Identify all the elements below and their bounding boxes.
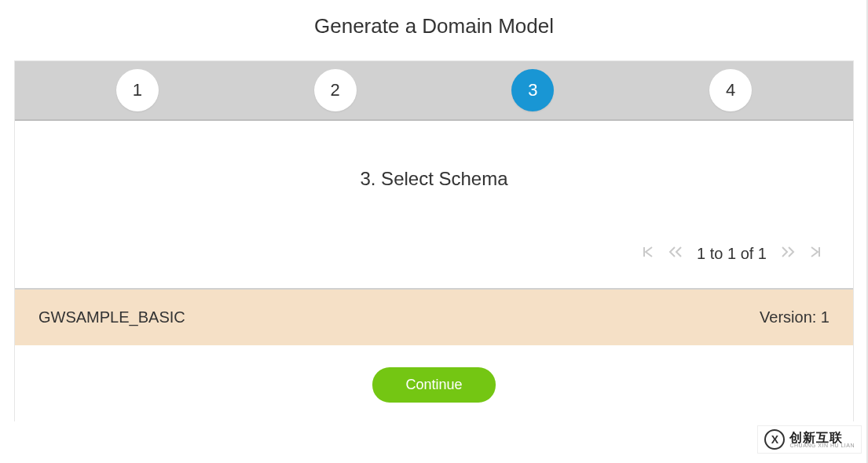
- schema-name: GWSAMPLE_BASIC: [38, 308, 185, 326]
- watermark-sub: CHUANG XIN HU LIAN: [789, 443, 855, 448]
- schema-version: Version: 1: [760, 308, 830, 326]
- watermark-text: 创新互联 CHUANG XIN HU LIAN: [789, 432, 855, 448]
- step-4[interactable]: 4: [709, 69, 752, 111]
- pager: 1 to 1 of 1: [15, 245, 853, 263]
- pager-prev-icon[interactable]: [668, 246, 683, 262]
- pager-next-icon[interactable]: [781, 246, 795, 262]
- page-title: Generate a Domain Model: [0, 0, 868, 60]
- step-heading: 3. Select Schema: [46, 168, 822, 190]
- wizard-container: 1 2 3 4 3. Select Schema 1 to 1 of 1 GWS…: [14, 60, 854, 421]
- step-1[interactable]: 1: [116, 69, 159, 111]
- actions-bar: Continue: [15, 367, 853, 421]
- schema-row[interactable]: GWSAMPLE_BASIC Version: 1: [15, 288, 853, 345]
- pager-text: 1 to 1 of 1: [697, 245, 767, 263]
- content-area: 3. Select Schema: [15, 121, 853, 245]
- continue-button[interactable]: Continue: [372, 367, 495, 403]
- step-2[interactable]: 2: [314, 69, 357, 111]
- pager-first-icon[interactable]: [642, 246, 654, 262]
- pager-last-icon[interactable]: [809, 246, 822, 262]
- watermark-logo-icon: X: [764, 429, 785, 450]
- step-3[interactable]: 3: [511, 69, 554, 111]
- stepper: 1 2 3 4: [15, 61, 853, 121]
- watermark: X 创新互联 CHUANG XIN HU LIAN: [757, 425, 862, 454]
